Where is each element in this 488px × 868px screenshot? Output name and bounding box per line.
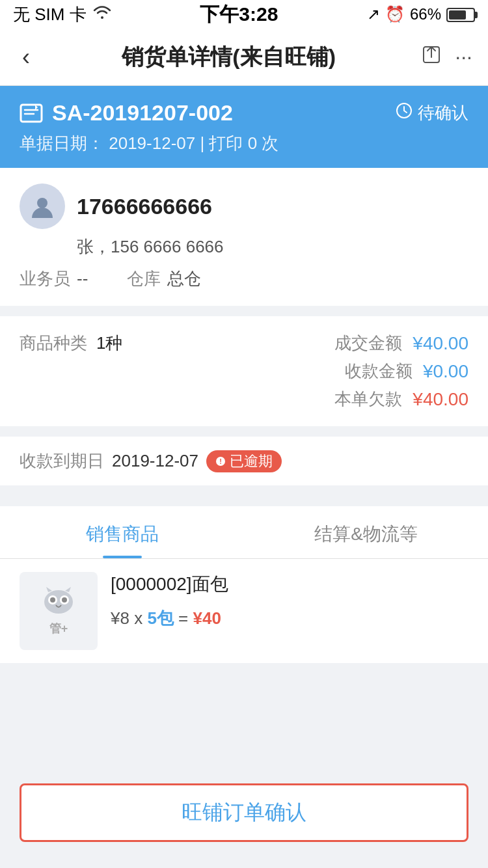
product-image: 管+ — [20, 572, 98, 650]
nav-actions: ··· — [421, 44, 472, 70]
customer-phone: 17666666666 — [77, 194, 212, 219]
received-value: ¥0.00 — [423, 361, 468, 382]
overdue-badge: ! 已逾期 — [206, 450, 282, 472]
summary-row: 商品种类 1种 成交金额 ¥40.00 收款金额 ¥0.00 本单欠款 ¥40.… — [20, 332, 468, 411]
svg-point-3 — [37, 198, 47, 208]
avatar — [20, 183, 65, 229]
equals-text: = — [178, 608, 188, 628]
deal-amount-value: ¥40.00 — [413, 333, 468, 354]
tab-underline-active — [103, 556, 142, 558]
battery-icon — [446, 5, 475, 23]
divider-3 — [0, 485, 488, 496]
warehouse-field: 仓库 总仓 — [127, 267, 201, 290]
tab-sales-products[interactable]: 销售商品 — [0, 506, 244, 558]
alarm-icon: ⏰ — [385, 5, 405, 23]
product-type-value: 1种 — [96, 332, 122, 355]
order-date: 单据日期： 2019-12-07 | 打印 0 次 — [20, 132, 468, 155]
product-price: ¥8 x 5包 = ¥40 — [111, 607, 468, 630]
status-time: 下午3:28 — [200, 1, 278, 28]
owed-amount-row: 本单欠款 ¥40.00 — [334, 388, 468, 411]
more-icon[interactable]: ··· — [455, 45, 472, 69]
product-info: [0000002]面包 ¥8 x 5包 = ¥40 — [111, 572, 468, 630]
confirm-button-container: 旺铺订单确认 — [20, 783, 468, 842]
overdue-section: 收款到期日 2019-12-07 ! 已逾期 — [0, 437, 488, 485]
order-status: 待确认 — [396, 102, 468, 124]
product-type-field: 商品种类 1种 — [20, 332, 122, 355]
page-title: 销货单详情(来自旺铺) — [122, 42, 336, 72]
product-section: 管+ [0000002]面包 ¥8 x 5包 = ¥40 — [0, 559, 488, 663]
order-number: SA-20191207-002 — [20, 100, 233, 126]
status-bar: 无 SIM 卡 下午3:28 ↗ ⏰ 66% — [0, 0, 488, 29]
owed-label: 本单欠款 — [334, 388, 402, 411]
tab-underline-inactive — [347, 556, 386, 558]
total-value: ¥40 — [193, 608, 221, 628]
product-type-label: 商品种类 — [20, 332, 87, 355]
overdue-text: 已逾期 — [230, 452, 273, 471]
overdue-dot-icon: ! — [215, 456, 226, 467]
warehouse-label: 仓库 — [127, 267, 161, 290]
order-doc-icon — [20, 103, 43, 123]
share-icon[interactable] — [421, 44, 442, 70]
received-label: 收款金额 — [345, 360, 413, 383]
tab-settlement-logistics[interactable]: 结算&物流等 — [244, 506, 488, 558]
status-right: ↗ ⏰ 66% — [367, 5, 475, 23]
confirm-button-label: 旺铺订单确认 — [182, 798, 306, 827]
location-icon: ↗ — [367, 5, 380, 23]
tab-settlement-label: 结算&物流等 — [314, 522, 418, 547]
back-button[interactable]: ‹ — [16, 37, 36, 77]
warehouse-value: 总仓 — [167, 267, 201, 290]
customer-meta: 业务员 -- 仓库 总仓 — [20, 267, 468, 290]
divider-2 — [0, 426, 488, 437]
customer-top: 17666666666 — [20, 183, 468, 229]
clock-icon — [396, 102, 413, 124]
battery-percent: 66% — [410, 5, 441, 23]
overdue-date: 2019-12-07 — [112, 451, 198, 471]
product-name: [0000002]面包 — [111, 572, 468, 597]
owed-value: ¥40.00 — [413, 389, 468, 410]
multiply-x: x — [134, 608, 142, 628]
amounts: 成交金额 ¥40.00 收款金额 ¥0.00 本单欠款 ¥40.00 — [334, 332, 468, 411]
summary-section: 商品种类 1种 成交金额 ¥40.00 收款金额 ¥0.00 本单欠款 ¥40.… — [0, 316, 488, 426]
unit-price: ¥8 — [111, 608, 129, 628]
salesman-label: 业务员 — [20, 267, 70, 290]
divider-1 — [0, 306, 488, 316]
status-text: 待确认 — [418, 102, 468, 124]
carrier-text: 无 SIM 卡 — [13, 3, 87, 26]
deal-amount-row: 成交金额 ¥40.00 — [334, 332, 468, 355]
tab-sales-products-label: 销售商品 — [86, 522, 159, 547]
nav-bar: ‹ 销货单详情(来自旺铺) ··· — [0, 29, 488, 86]
deal-amount-label: 成交金额 — [334, 332, 402, 355]
status-left: 无 SIM 卡 — [13, 3, 111, 26]
svg-point-10 — [62, 597, 67, 603]
wifi-icon — [93, 5, 111, 25]
svg-point-9 — [50, 597, 55, 603]
tabs-section: 销售商品 结算&物流等 — [0, 506, 488, 559]
received-amount-row: 收款金额 ¥0.00 — [345, 360, 468, 383]
quantity-value: 5包 — [147, 608, 173, 628]
customer-name: 张，156 6666 6666 — [77, 236, 468, 258]
order-banner: SA-20191207-002 待确认 单据日期： 2019-12-07 | 打… — [0, 86, 488, 168]
app-plus-label: 管+ — [49, 621, 68, 636]
confirm-order-button[interactable]: 旺铺订单确认 — [20, 783, 468, 842]
salesman-field: 业务员 -- — [20, 267, 88, 290]
customer-section: 17666666666 张，156 6666 6666 业务员 -- 仓库 总仓 — [0, 168, 488, 306]
salesman-value: -- — [77, 269, 88, 289]
svg-text:!: ! — [219, 457, 222, 465]
overdue-label: 收款到期日 — [20, 450, 104, 472]
svg-point-6 — [44, 590, 73, 614]
